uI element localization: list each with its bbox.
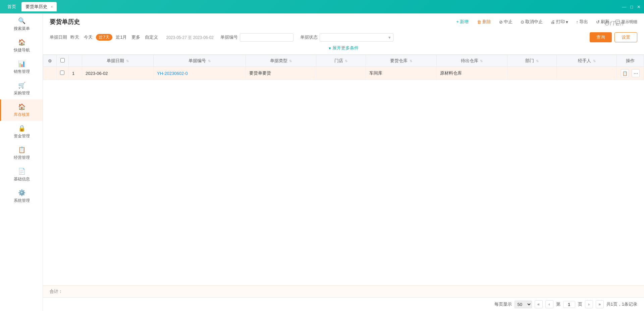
data-table: ⚙ 单据日期 ⇅ 单据编号 ⇅ 单据类型 ⇅ 门店 ⇅ 要货仓库 ⇅ 待出仓库 … [43,55,644,80]
tab-home[interactable]: 首页 [3,2,20,11]
date-shortcut-7days[interactable]: 近7天 [96,34,112,41]
minimize-button[interactable]: — [622,4,626,9]
sidebar-item-sales[interactable]: 📊 销售管理 [0,56,43,78]
last-page-button[interactable]: » [596,300,604,308]
th-num [69,55,82,67]
cell-op: 📋 ⋯ [617,67,644,80]
cell-store [316,67,366,80]
expand-filter-button[interactable]: ▾ 展开更多条件 [329,45,359,51]
refresh-icon: ↺ [596,19,600,25]
next-page-button[interactable]: › [585,300,593,308]
query-button[interactable]: 查询 [590,32,612,42]
table-row: 1 2023-06-02 YH-20230602-0 要货单要货 车间库 原材料… [43,67,644,80]
system-icon: ⚙️ [18,189,25,196]
th-store[interactable]: 门店 ⇅ [316,55,366,67]
page-header: 要货单历史 + 新增 🗑 删除 ⊘ 中止 ⊙ 取消中止 [43,13,644,55]
search-icon: 🔍 [18,17,25,25]
finance-icon: 🔒 [18,125,25,132]
th-req-warehouse[interactable]: 要货仓库 ⇅ [366,55,436,67]
tab-history[interactable]: 要货单历史 × [21,2,57,11]
home-icon: 🏠 [18,39,25,46]
cell-no: YH-20230602-0 [153,67,246,80]
prev-page-button[interactable]: ‹ [545,300,553,308]
date-shortcut-1month[interactable]: 近1月 [114,34,128,41]
print-button[interactable]: 🖨 打印 ▾ [549,17,570,26]
setting-button[interactable]: 设置 [614,32,637,42]
page-size-select[interactable]: 50 10 20 100 [515,301,532,308]
close-button[interactable]: ✕ [637,4,641,9]
date-shortcut-more[interactable]: 更多 [130,34,142,41]
expand-label: 展开更多条件 [332,45,359,51]
export-button[interactable]: ↑ 导出 [574,17,590,26]
th-date[interactable]: 单据日期 ⇅ [82,55,154,67]
delete-button[interactable]: 🗑 删除 [475,17,493,26]
print-icon: 🖨 [551,19,555,25]
total-label: 合计： [50,289,63,294]
tab-home-label: 首页 [7,4,16,10]
sidebar-item-quicknav[interactable]: 🏠 快捷导航 [0,35,43,56]
date-shortcut-custom[interactable]: 自定义 [144,34,159,41]
window-controls: — □ ✕ [622,4,641,9]
show-detail-checkbox[interactable] [615,20,620,24]
order-no-input[interactable] [240,33,293,42]
th-dept[interactable]: 部门 ⇅ [507,55,557,67]
filter-buttons: 查询 设置 [590,32,637,42]
sidebar-item-operations[interactable]: 📋 经营管理 [0,142,43,164]
cancel-stop-button[interactable]: ⊙ 取消中止 [519,17,545,26]
th-settings[interactable]: ⚙ [43,55,57,67]
chart-icon: 📊 [18,60,25,68]
more-op-button[interactable]: ⋯ [632,69,640,77]
close-tab-icon[interactable]: × [51,5,53,9]
status-select[interactable] [320,33,393,42]
refresh-button[interactable]: ↺ 刷新 [594,17,611,26]
sidebar-item-search[interactable]: 🔍 搜索菜单 [0,13,43,35]
page-title-row: 要货单历史 + 新增 🗑 删除 ⊘ 中止 ⊙ 取消中止 [50,17,637,26]
stop-icon: ⊘ [499,19,503,25]
th-type[interactable]: 单据类型 ⇅ [246,55,316,67]
sidebar-item-basic[interactable]: 📄 基础信息 [0,164,43,185]
show-detail-label: 显示明细 [621,19,637,25]
date-range-display: 2023-05-27 至 2023-06-02 [166,34,213,41]
select-all-checkbox[interactable] [60,58,65,62]
sidebar-item-inventory-label: 库存核算 [14,112,30,118]
order-no-link[interactable]: YH-20230602-0 [157,71,188,76]
filter-expand-row: ▾ 展开更多条件 [50,45,637,51]
status-filter: 单据状态 [300,33,393,42]
delete-label: 删除 [482,19,491,25]
status-label: 单据状态 [300,34,318,40]
maximize-button[interactable]: □ [630,4,633,9]
date-filter-label: 单据日期 [50,34,67,40]
cell-type: 要货单要货 [246,67,316,80]
new-button[interactable]: + 新增 [454,17,471,26]
filter-row: 单据日期 昨天 今天 近7天 近1月 更多 自定义 2023-05-27 至 2… [50,32,637,42]
th-handler[interactable]: 经手人 ⇅ [557,55,617,67]
inventory-icon: 🏠 [18,103,25,110]
table-header-row: ⚙ 单据日期 ⇅ 单据编号 ⇅ 单据类型 ⇅ 门店 ⇅ 要货仓库 ⇅ 待出仓库 … [43,55,644,67]
date-shortcut-yesterday[interactable]: 昨天 [69,34,80,41]
status-select-wrap [320,33,393,42]
edit-op-button[interactable]: 📋 [621,69,629,77]
toolbar: + 新增 🗑 删除 ⊘ 中止 ⊙ 取消中止 🖨 打 [454,17,637,26]
sidebar-item-quicknav-label: 快捷导航 [14,47,30,53]
table-footer: 合计： [43,285,644,297]
stop-button[interactable]: ⊘ 中止 [497,17,515,26]
sidebar-item-system[interactable]: ⚙️ 系统管理 [0,185,43,207]
th-no[interactable]: 单据编号 ⇅ [153,55,246,67]
sidebar-item-inventory[interactable]: 🏠 库存核算 [0,99,43,121]
page-input[interactable] [563,301,575,308]
sidebar-item-finance[interactable]: 🔒 资金管理 [0,121,43,142]
cell-dept [507,67,557,80]
date-filter: 单据日期 昨天 今天 近7天 近1月 更多 自定义 [50,34,159,41]
sidebar-item-purchase[interactable]: 🛒 采购管理 [0,78,43,99]
cell-settings [43,67,57,80]
th-check [57,55,69,67]
row-checkbox[interactable] [60,71,64,75]
th-pending-warehouse[interactable]: 待出仓库 ⇅ [436,55,507,67]
date-shortcut-today[interactable]: 今天 [83,34,94,41]
print-dropdown-icon: ▾ [566,19,568,25]
sidebar-item-finance-label: 资金管理 [14,133,30,139]
date-range-text: 2023-05-27 至 2023-06-02 [166,35,213,41]
sidebar-item-purchase-label: 采购管理 [14,90,30,96]
first-page-button[interactable]: « [535,300,543,308]
show-detail-toggle[interactable]: 显示明细 [615,19,637,25]
